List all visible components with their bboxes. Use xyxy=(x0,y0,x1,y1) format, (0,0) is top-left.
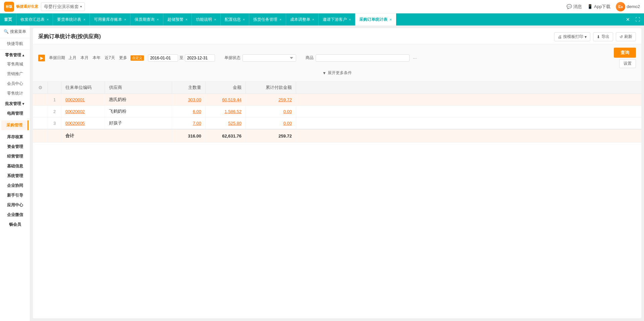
th-supplier: 供应商 xyxy=(105,82,172,94)
close-icon[interactable]: × xyxy=(124,17,126,21)
sidebar-item-marketing[interactable]: 营销推广 xyxy=(0,69,30,79)
td-paid-1: 259.72 xyxy=(246,94,296,106)
td-qty-1: 303.00 xyxy=(172,94,206,106)
refresh-icon: ↺ xyxy=(620,35,623,39)
td-code-3: 00020005 xyxy=(61,117,105,129)
sidebar-section-guide-title[interactable]: 新手引导 xyxy=(1,193,29,198)
sidebar-section-app-center-title[interactable]: 应用中心 xyxy=(1,202,29,208)
code-link-2[interactable]: 00020002 xyxy=(65,109,85,114)
sidebar-section-vip-title[interactable]: 畅会员 xyxy=(1,222,29,227)
sidebar-section-purchase-title[interactable]: 采购管理 xyxy=(1,120,29,130)
qty-link-2[interactable]: 6.00 xyxy=(193,109,201,114)
close-icon[interactable]: × xyxy=(185,17,187,21)
sidebar-section-enterprise-title[interactable]: 企业协同 xyxy=(1,183,29,189)
sidebar-section-operation-title[interactable]: 经营管理 xyxy=(1,154,29,159)
nav-expand-button[interactable]: ⛶ xyxy=(634,16,641,23)
tab-receive-summary[interactable]: 收发存汇总表 × xyxy=(16,13,53,25)
workspace-selector[interactable]: 母婴行业演示账套 ▾ xyxy=(41,2,85,11)
qty-link-1[interactable]: 303.00 xyxy=(188,97,201,102)
sidebar-section-finance-title[interactable]: 资金管理 xyxy=(1,144,29,150)
goods-more-icon[interactable]: ··· xyxy=(413,55,417,61)
sidebar-section-wholesale-title[interactable]: 批发管理 ▼ xyxy=(1,101,29,107)
custom-date-badge[interactable]: 自定义 xyxy=(130,55,144,61)
close-icon[interactable]: × xyxy=(243,17,245,21)
app-download-button[interactable]: 📱 App下载 xyxy=(587,4,610,10)
collapse-filter-button[interactable]: ▶ xyxy=(38,55,45,61)
close-icon[interactable]: × xyxy=(389,17,391,21)
tab-home[interactable]: 首页 xyxy=(0,13,16,25)
query-button[interactable]: 查询 xyxy=(614,48,636,58)
close-icon[interactable]: × xyxy=(157,17,159,21)
paid-link-2[interactable]: 0.00 xyxy=(283,109,292,114)
filter-area: ▶ 单据日期 上月 本月 本年 近7天 更多 自定义 xyxy=(33,44,641,82)
export-button[interactable]: ⬇ 导出 xyxy=(593,32,613,41)
top-bar: 标版 畅捷通好生意 母婴行业演示账套 ▾ 💬 消息 📱 App下载 Ea dem… xyxy=(0,0,644,13)
amount-link-2[interactable]: 1,586.52 xyxy=(224,109,241,114)
sidebar-section-basic-title[interactable]: 基础信息 xyxy=(1,163,29,169)
close-icon[interactable]: × xyxy=(214,17,216,21)
tab-available-stock[interactable]: 可用量库存账本 × xyxy=(90,13,130,25)
sidebar-section-wechat-title[interactable]: 企业微信 xyxy=(1,212,29,218)
date-shortcut-this-year[interactable]: 本年 xyxy=(91,54,102,61)
tab-config-info[interactable]: 配置信息 × xyxy=(221,13,249,25)
sidebar-section-ecommerce-title[interactable]: 电商管理 xyxy=(1,111,29,116)
tab-purchase-summary[interactable]: 采购订单统计表 × xyxy=(355,13,396,25)
date-from-input[interactable] xyxy=(148,54,178,62)
sidebar-item-retail-stats[interactable]: 零售统计 xyxy=(0,89,30,98)
page-title: 采购订单统计表(按供应商) xyxy=(38,33,101,40)
tab-invite-downstream[interactable]: 邀请下游客户 × xyxy=(319,13,355,25)
tab-function-desc[interactable]: 功能说明 × xyxy=(192,13,220,25)
gear-icon[interactable]: ⚙ xyxy=(37,84,44,91)
code-link-1[interactable]: 00020001 xyxy=(65,97,85,102)
close-icon[interactable]: × xyxy=(47,17,49,21)
td-supplier-1: 惠氏奶粉 xyxy=(105,94,172,106)
sidebar-section-inventory-title[interactable]: 库存核算 xyxy=(1,134,29,140)
table-row: 3 00020005 好孩子 7.00 525.80 xyxy=(33,117,641,129)
goods-input[interactable] xyxy=(316,54,410,62)
refresh-button[interactable]: ↺ 刷新 xyxy=(616,32,636,41)
qty-link-3[interactable]: 7.00 xyxy=(193,121,201,126)
sidebar-item-retail-store[interactable]: 零售商城 xyxy=(0,59,30,69)
logo-text: 畅捷通好生意 xyxy=(16,4,38,9)
th-num xyxy=(48,82,61,94)
tab-warranty-query[interactable]: 保质期查询 × xyxy=(130,13,163,25)
td-checkbox-2 xyxy=(33,106,48,117)
settings-button[interactable]: 设置 xyxy=(619,59,636,68)
code-link-3[interactable]: 00020005 xyxy=(65,121,85,126)
page-header: 采购订单统计表(按供应商) 🖨 按模板打印 ▾ ⬇ 导出 ↺ 刷新 xyxy=(33,28,641,44)
expand-more-button[interactable]: ▼ 展开更多条件 xyxy=(322,70,352,76)
close-icon[interactable]: × xyxy=(83,17,85,21)
date-shortcut-this-month[interactable]: 本月 xyxy=(79,54,90,61)
paid-link-1[interactable]: 259.72 xyxy=(278,97,292,102)
date-shortcut-last-month[interactable]: 上月 xyxy=(67,54,78,61)
sidebar-search[interactable]: 🔍 搜索菜单 xyxy=(0,25,30,38)
tab-picking-task[interactable]: 拣货任务管理 × xyxy=(249,13,286,25)
close-icon[interactable]: × xyxy=(349,17,351,21)
tab-order-summary[interactable]: 要货单统计表 × xyxy=(53,13,90,25)
main-layout: 🔍 搜索菜单 快捷导航 零售管理 ▲ 零售商城 营销推广 会员中心 零售统计 批… xyxy=(0,25,644,321)
date-range-group: 至 xyxy=(148,54,215,62)
tab-cost-adjust[interactable]: 成本调整单 × xyxy=(286,13,319,25)
amount-link-3[interactable]: 525.80 xyxy=(228,121,241,126)
tf-amount: 62,631.76 xyxy=(206,129,246,143)
close-icon[interactable]: × xyxy=(312,17,314,21)
amount-link-1[interactable]: 60,519.44 xyxy=(222,97,241,102)
date-shortcut-7days[interactable]: 近7天 xyxy=(103,54,116,61)
tf-paid: 259.72 xyxy=(246,129,296,143)
nav-tabs: 首页 收发存汇总表 × 要货单统计表 × 可用量库存账本 × 保质期查询 × 超… xyxy=(0,13,644,25)
nav-close-button[interactable]: ✕ xyxy=(625,16,631,23)
sidebar-item-quick-nav[interactable]: 快捷导航 xyxy=(0,38,30,50)
message-button[interactable]: 💬 消息 xyxy=(567,4,582,10)
close-icon[interactable]: × xyxy=(279,17,281,21)
date-to-input[interactable] xyxy=(185,54,215,62)
sidebar-item-member[interactable]: 会员中心 xyxy=(0,79,30,89)
sidebar-section-inventory: 库存核算 xyxy=(0,131,30,141)
user-profile[interactable]: Ea demo2 xyxy=(616,2,640,11)
paid-link-3[interactable]: 0.00 xyxy=(283,121,292,126)
tab-overstock-warning[interactable]: 超储预警 × xyxy=(163,13,192,25)
sidebar-section-system-title[interactable]: 系统管理 xyxy=(1,173,29,179)
sidebar-section-retail-title[interactable]: 零售管理 ▲ xyxy=(1,52,29,58)
status-select[interactable] xyxy=(243,54,296,62)
date-shortcut-more[interactable]: 更多 xyxy=(118,54,128,61)
print-button[interactable]: 🖨 按模板打印 ▾ xyxy=(554,32,590,41)
